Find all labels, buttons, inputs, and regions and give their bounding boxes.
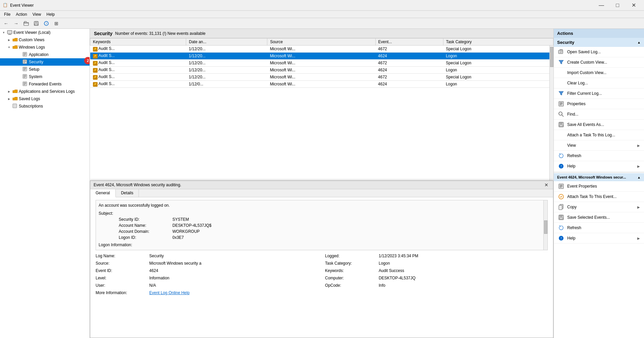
tree-windows-logs[interactable]: ▼ Windows Logs	[0, 44, 90, 51]
tab-general[interactable]: General	[90, 189, 116, 197]
tree-custom-views[interactable]: ▶ Custom Views	[0, 36, 90, 44]
action-attach-task-event[interactable]: Attach Task To This Event...	[554, 192, 644, 202]
detail-scroll-thumb[interactable]	[544, 220, 547, 234]
tree-setup[interactable]: ▶ Setup	[0, 66, 90, 73]
tab-details[interactable]: Details	[116, 189, 139, 197]
expand-windows-logs[interactable]: ▼	[7, 45, 11, 50]
action-filter-log[interactable]: Filter Current Log...	[554, 88, 644, 99]
tree-app-services[interactable]: ▶ Applications and Services Logs	[0, 88, 90, 95]
action-clear-log[interactable]: Clear Log...	[554, 78, 644, 88]
toolbar-open[interactable]	[21, 19, 31, 28]
toolbar-mmc[interactable]: ⊞	[52, 19, 61, 28]
table-row[interactable]: 🔑Audit S... 1/12/0... Microsoft Wi... 46…	[90, 81, 553, 88]
col-keywords[interactable]: Keywords	[90, 39, 186, 46]
event-log-online-help-link[interactable]: Event Log Online Help	[149, 290, 190, 295]
tree-saved-logs-label: Saved Logs	[19, 96, 88, 101]
tree-forwarded-label: Forwarded Events	[29, 82, 88, 86]
prop-opcode: OpCode: Info	[325, 283, 548, 288]
event-props-icon	[558, 183, 565, 190]
toolbar-help[interactable]: ?	[42, 19, 51, 28]
scroll-thumb[interactable]	[550, 47, 553, 67]
help-event-icon: ?	[558, 235, 565, 242]
action-save-selected[interactable]: Save Selected Events...	[554, 212, 644, 223]
expand-saved-logs[interactable]: ▶	[7, 96, 11, 101]
attach-task-event-icon	[558, 193, 565, 200]
table-row[interactable]: 🔑Audit S... 1/12/20... Microsoft Wi... 4…	[90, 67, 553, 74]
menu-help[interactable]: Help	[44, 11, 58, 18]
detail-scroll-track[interactable]	[543, 200, 547, 250]
cell-source: Microsoft Wi...	[267, 81, 375, 88]
col-source[interactable]: Source	[267, 39, 375, 46]
table-row[interactable]: 🔑Audit S... 1/12/20... Microsoft Wi... 4…	[90, 74, 553, 81]
action-help-security[interactable]: ? Help ▶	[554, 161, 644, 172]
action-open-saved-log[interactable]: Open Saved Log...	[554, 47, 644, 57]
tree-windows-logs-label: Windows Logs	[19, 45, 88, 50]
action-properties[interactable]: Properties	[554, 99, 644, 109]
svg-rect-16	[23, 62, 25, 63]
prop-log-name: Log Name: Security	[96, 254, 318, 258]
actions-security-title: Security	[557, 40, 574, 45]
action-refresh-security[interactable]: Refresh	[554, 151, 644, 161]
tree-forwarded[interactable]: ▶ Forwarded Events	[0, 80, 90, 88]
tree-setup-label: Setup	[29, 67, 88, 72]
tree-system[interactable]: ▶ System	[0, 73, 90, 80]
refresh-event-icon	[558, 224, 565, 231]
actions-header: Actions	[554, 29, 644, 38]
expand-custom-views[interactable]: ▶	[7, 38, 11, 42]
actions-event-header[interactable]: Event 4624, Microsoft Windows secur... ▲	[554, 173, 644, 181]
table-row[interactable]: 🔑Audit S... 1/12/20... Microsoft Wi... 4…	[90, 53, 553, 60]
prop-event-id: Event ID: 4624	[96, 268, 318, 273]
action-import-custom-view[interactable]: Import Custom View...	[554, 68, 644, 78]
event-detail-body: An account was successfully logged on. S…	[90, 197, 553, 299]
action-view[interactable]: View ▶	[554, 140, 644, 151]
action-create-custom-view[interactable]: Create Custom View...	[554, 57, 644, 68]
help-security-arrow: ▶	[637, 164, 640, 168]
action-save-all-events[interactable]: Save All Events As...	[554, 120, 644, 130]
tree-subscriptions[interactable]: ▶ Subscriptions	[0, 103, 90, 110]
open-log-icon	[558, 49, 565, 55]
actions-security-header[interactable]: Security ▲	[554, 38, 644, 47]
toolbar-back[interactable]: ←	[1, 19, 11, 28]
table-row[interactable]: 🔑Audit S... 1/12/20... Microsoft Wi... 4…	[90, 60, 553, 67]
import-icon	[558, 69, 565, 76]
toolbar-save[interactable]	[32, 19, 41, 28]
action-copy[interactable]: Copy ▶	[554, 202, 644, 212]
menu-view[interactable]: View	[30, 11, 44, 18]
svg-rect-38	[560, 122, 562, 124]
svg-rect-28	[23, 84, 25, 85]
center-area: Security Number of events: 31,131 (!) Ne…	[90, 29, 553, 338]
cell-task: Logon	[443, 81, 553, 88]
maximize-button[interactable]: □	[610, 0, 625, 10]
cell-keywords: 🔑Audit S...	[90, 81, 186, 88]
cell-event: 4672	[375, 60, 443, 67]
expand-root[interactable]: ▼	[1, 30, 6, 35]
col-task[interactable]: Task Category	[443, 39, 553, 46]
menu-action[interactable]: Action	[13, 11, 30, 18]
expand-app-services[interactable]: ▶	[7, 89, 11, 94]
close-button[interactable]: ✕	[626, 0, 641, 10]
filter2-icon	[558, 90, 565, 97]
table-row[interactable]: 🔑Audit S... 1/12/20... Microsoft Wi... 4…	[90, 46, 553, 53]
event-detail-close-button[interactable]: ✕	[543, 182, 550, 188]
col-event[interactable]: Event...	[375, 39, 443, 46]
minimize-button[interactable]: —	[594, 0, 609, 10]
toolbar-forward[interactable]: →	[11, 19, 21, 28]
cell-event: 4624	[375, 67, 443, 74]
separator-1	[554, 172, 644, 173]
tree-root[interactable]: ▼ Event Viewer (Local)	[0, 29, 90, 36]
action-refresh-event[interactable]: Refresh	[554, 223, 644, 233]
action-attach-task-log[interactable]: Attach a Task To this Log...	[554, 130, 644, 140]
action-event-properties[interactable]: Event Properties	[554, 181, 644, 192]
cell-source: Microsoft Wi...	[267, 46, 375, 53]
menu-file[interactable]: File	[1, 11, 13, 18]
tree-saved-logs[interactable]: ▶ Saved Logs	[0, 95, 90, 103]
clear-icon	[558, 80, 565, 86]
col-date[interactable]: Date an...	[186, 39, 267, 46]
action-find[interactable]: Find...	[554, 109, 644, 120]
tree-security[interactable]: ▶ Security 2	[0, 58, 90, 66]
action-help-event[interactable]: ? Help ▶	[554, 233, 644, 244]
copy-arrow: ▶	[637, 205, 640, 209]
events-table: Keywords Date an... Source Event... Task…	[90, 38, 553, 88]
save-all-icon	[558, 121, 565, 128]
tree-application[interactable]: ▶ Application	[0, 51, 90, 58]
